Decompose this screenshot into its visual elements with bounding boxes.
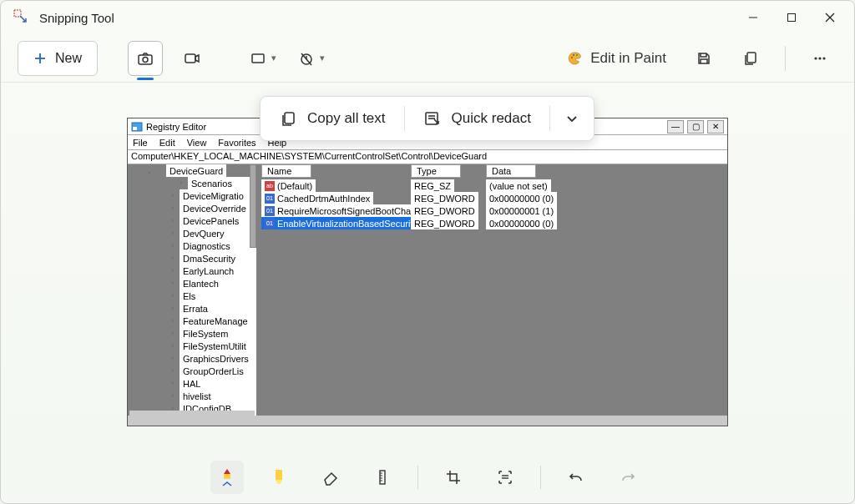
tree-item: ›DevQuery [180,227,256,239]
video-icon [183,49,201,68]
eraser-icon [321,468,340,486]
new-button[interactable]: New [18,41,98,76]
edit-in-paint-label: Edit in Paint [590,50,666,67]
copy-all-text-button[interactable]: Copy all text [267,103,397,134]
chevron-down-icon [565,112,579,125]
minimize-button[interactable] [734,3,772,33]
copy-icon [742,50,759,67]
delay-menu[interactable]: ▾ [293,41,330,76]
quick-redact-label: Quick redact [452,110,531,127]
titlebar: Snipping Tool [1,1,854,34]
eraser-tool[interactable] [314,461,347,494]
ruler-tool[interactable] [366,461,399,494]
app-icon [13,8,31,27]
captured-screenshot[interactable]: Registry Editor — ▢ ✕ File Edit View Fav… [127,118,728,426]
tree-item: ›Diagnostics [180,239,256,252]
app-title: Snipping Tool [39,11,734,25]
float-divider [404,106,405,131]
tree-vscroll [250,164,256,248]
tree-item: ›Els [180,290,256,302]
svg-point-16 [576,53,578,55]
regedit-menu-item: File [133,138,148,148]
tree-item: ›DmaSecurity [180,252,256,265]
text-actions-toolbar: Copy all text Quick redact [260,96,594,141]
svg-point-20 [822,57,825,59]
svg-rect-29 [380,471,385,484]
rectangle-icon [250,50,266,67]
svg-point-14 [571,56,573,58]
regedit-close: ✕ [707,120,724,134]
copy-all-text-label: Copy all text [307,110,386,127]
regedit-menu-item: Favorites [218,138,255,148]
edit-in-paint-button[interactable]: Edit in Paint [559,45,675,72]
tree-item-selected: ⌄DeviceGuard [166,164,226,177]
list-row-data: 0x00000000 (0) [486,192,557,204]
list-row-type: REG_DWORD [411,204,478,217]
regedit-title-label: Registry Editor [146,122,206,132]
list-row-type: REG_SZ [411,179,454,192]
list-row-type: REG_DWORD [411,217,478,229]
list-row-type: REG_DWORD [411,192,478,204]
crop-tool[interactable] [437,461,470,494]
regedit-hscroll [128,416,727,426]
svg-point-19 [818,57,821,59]
highlighter-tool[interactable] [262,461,296,494]
save-icon [696,50,712,67]
ruler-icon [374,469,391,486]
float-more-button[interactable] [557,105,587,132]
svg-rect-17 [747,53,756,63]
tree-item: ›DeviceOverride [180,202,256,214]
save-button[interactable] [686,41,721,76]
snip-mode-video[interactable] [175,41,210,76]
tree-item: ›DeviceMigratio [180,189,256,202]
list-row-name: ab(Default) [261,179,316,192]
svg-point-8 [143,57,148,62]
more-icon [812,50,828,67]
regedit-menu-item: Edit [159,138,175,148]
redo-button[interactable] [611,461,645,494]
chevron-down-icon: ▾ [320,53,325,63]
svg-rect-9 [185,54,195,63]
regedit-minimize: — [667,120,684,134]
snip-shape-menu[interactable]: ▾ [245,41,281,76]
regedit-address: Computer\HKEY_LOCAL_MACHINE\SYSTEM\Curre… [128,150,727,164]
chevron-down-icon: ▾ [271,53,276,63]
palette-icon [567,50,584,67]
pen-icon [218,466,236,488]
list-row-name: 01EnableVirtualizationBasedSecurity [261,217,421,229]
svg-rect-26 [133,127,137,130]
svg-rect-28 [276,470,282,480]
regedit-tree: ⌄DeviceGuard ›Scenarios›DeviceMigratio›D… [128,164,256,417]
redo-icon [620,469,636,486]
highlighter-icon [271,467,287,487]
tree-item: ›FileSystem [180,327,256,340]
tree-item: ›DevicePanels [180,214,256,227]
tree-item: ›FeatureManage [180,315,256,327]
tree-item: ›GroupOrderLis [180,365,256,377]
more-button[interactable] [802,41,837,76]
regedit-maximize: ▢ [687,120,704,134]
close-button[interactable] [811,3,849,33]
toolbar-divider [785,46,786,71]
col-name: Name [261,164,311,178]
list-row-data: 0x00000001 (1) [486,204,557,217]
copy-button[interactable] [733,41,768,76]
snip-mode-photo[interactable] [128,41,163,76]
regedit-listview: Name Type Data ab(Default)01CachedDrtmAu… [256,164,727,417]
undo-button[interactable] [559,461,593,494]
plus-icon [33,52,47,65]
quick-redact-button[interactable]: Quick redact [412,103,543,134]
float-divider [549,106,550,131]
redact-icon [423,109,442,128]
app-window: Snipping Tool New ▾ ▾ Edit in Paint [0,0,855,504]
bottom-toolbar [1,451,854,503]
text-actions-tool[interactable] [488,461,522,494]
top-toolbar: New ▾ ▾ Edit in Paint [1,34,854,83]
svg-rect-0 [14,10,21,17]
tree-item: ›Elantech [180,277,256,290]
maximize-button[interactable] [772,3,811,33]
new-button-label: New [55,51,82,66]
pen-tool[interactable] [210,461,244,494]
svg-rect-2 [788,14,796,22]
regedit-icon [131,121,143,133]
